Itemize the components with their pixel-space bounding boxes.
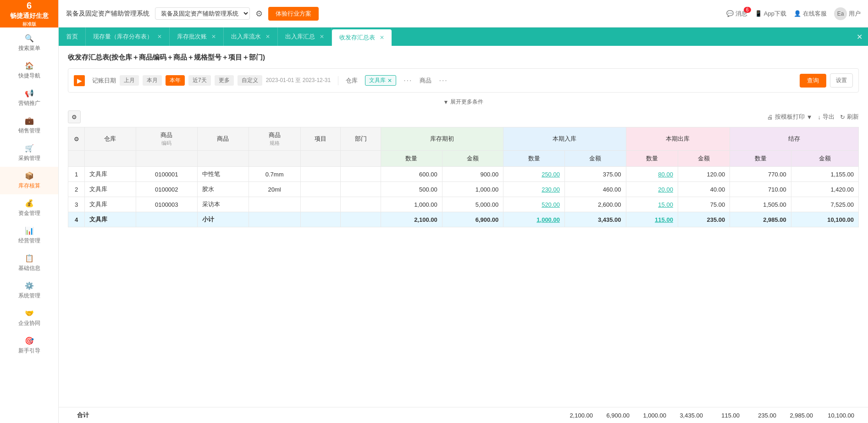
table-settings-icon[interactable]: ⚙ — [68, 110, 81, 123]
tab-rsd-summary[interactable]: 收发存汇总表✕ — [332, 29, 392, 46]
table-row: 3文具库0100003采访本1,000.005,000.00520.002,60… — [68, 197, 859, 212]
sidebar-item-enterprise[interactable]: 🤝企业协同 — [0, 304, 58, 332]
filter-toggle-btn[interactable]: ▶ — [74, 75, 85, 86]
tab-batch[interactable]: 库存批次账✕ — [170, 27, 224, 46]
tab-label-inout-summary: 出入库汇总 — [285, 33, 315, 41]
sidebar-item-marketing[interactable]: 📢营销推广 — [0, 84, 58, 112]
sidebar-item-finance[interactable]: 💰资金管理 — [0, 194, 58, 222]
expand-conditions-btn[interactable]: ▼ 展开更多条件 — [443, 98, 484, 106]
table-cell-link[interactable]: 15.00 — [658, 201, 673, 208]
tab-stock-dist[interactable]: 现存量（库存分布表）✕ — [86, 27, 170, 46]
table-cell — [341, 167, 381, 182]
date-range-label: 2023-01-01 至 2023-12-31 — [266, 77, 331, 84]
sidebar-item-sales[interactable]: 💼销售管理 — [0, 112, 58, 139]
footer-values: 2,100.006,900.001,000.003,435.00115.0023… — [98, 412, 859, 419]
settings-button[interactable]: 设置 — [830, 73, 853, 88]
online-service-btn[interactable]: 👤 在线客服 — [794, 10, 827, 18]
tab-label-rsd-summary: 收发存汇总表 — [339, 33, 375, 42]
table-toolbar: ⚙ 🖨 按模板打印 ▼ ↓ 导出 ↻ 刷新 — [68, 110, 859, 123]
sidebar-item-system[interactable]: ⚙️系统管理 — [0, 277, 58, 304]
warehouse-tag[interactable]: 文具库 ✕ — [365, 75, 396, 86]
footer-value — [515, 412, 538, 419]
sidebar: 6 畅捷通好生意 标准版 🔍搜索菜单🏠快捷导航📢营销推广💼销售管理🛒采购管理📦库… — [0, 0, 59, 423]
table-cell-link[interactable]: 520.00 — [542, 201, 560, 208]
table-cell: 710.00 — [730, 182, 791, 197]
export-btn[interactable]: ↓ 导出 — [818, 113, 835, 121]
tab-inout-flow[interactable]: 出入库流水✕ — [224, 27, 278, 46]
warehouse-tag-close[interactable]: ✕ — [387, 77, 392, 84]
table-cell — [341, 182, 381, 197]
table-row: 1文具库0100001中性笔0.7mm600.00900.00250.00375… — [68, 167, 859, 182]
warehouse-label: 仓库 — [346, 77, 358, 85]
gear-icon[interactable]: ⚙ — [255, 9, 263, 19]
table-cell-link[interactable]: 80.00 — [658, 171, 673, 178]
finance-label: 资金管理 — [18, 209, 40, 217]
sidebar-item-search[interactable]: 🔍搜索菜单 — [0, 29, 58, 57]
tab-close-rsd-summary[interactable]: ✕ — [380, 34, 384, 41]
date-this-year-btn[interactable]: 本年 — [166, 75, 185, 86]
app-download-btn[interactable]: 📱 App下载 — [755, 10, 786, 18]
sidebar-item-newcomer[interactable]: 🎯新手引导 — [0, 332, 58, 359]
date-7days-btn[interactable]: 近7天 — [188, 75, 211, 86]
system-name: 装备及固定资产辅助管理系统 — [66, 10, 149, 18]
sidebar-item-purchase[interactable]: 🛒采购管理 — [0, 139, 58, 167]
goods-more-icon[interactable]: ··· — [439, 77, 448, 85]
tab-label-stock-dist: 现存量（库存分布表） — [93, 33, 153, 41]
search-label: 搜索菜单 — [18, 44, 40, 52]
th-warehouse-2 — [85, 151, 136, 167]
tab-close-inout-flow[interactable]: ✕ — [265, 33, 270, 40]
date-prev-month-btn[interactable]: 上月 — [120, 75, 139, 86]
toolbar-left: ⚙ — [68, 110, 81, 123]
refresh-icon: ↻ — [840, 114, 845, 121]
date-more-btn[interactable]: 更多 — [215, 75, 234, 86]
refresh-btn[interactable]: ↻ 刷新 — [840, 113, 859, 121]
sidebar-item-operations[interactable]: 📊经营管理 — [0, 222, 58, 249]
enterprise-icon: 🤝 — [25, 309, 34, 318]
th-out-amt: 金额 — [678, 151, 730, 167]
th-spec: 商品规格 — [249, 127, 300, 151]
table-cell-link[interactable]: 115.00 — [655, 216, 673, 223]
newcomer-label: 新手引导 — [18, 347, 40, 355]
tab-close-inout-summary[interactable]: ✕ — [320, 33, 324, 40]
table-cell-link[interactable]: 20.00 — [658, 186, 673, 193]
table-cell: 235.00 — [678, 212, 730, 227]
sales-label: 销售管理 — [18, 127, 40, 135]
global-close-btn[interactable]: ✕ — [851, 27, 868, 46]
table-row: 4文具库小计2,100.006,900.001,000.003,435.0011… — [68, 212, 859, 227]
user-btn[interactable]: Ea 用户 — [834, 7, 861, 20]
th-empty — [68, 151, 85, 167]
template-print-label: 按模板打印 — [775, 113, 805, 121]
warehouse-more-icon[interactable]: ··· — [404, 77, 412, 85]
table-cell — [249, 212, 300, 227]
table-cell: 3 — [68, 197, 85, 212]
sidebar-nav: 🔍搜索菜单🏠快捷导航📢营销推广💼销售管理🛒采购管理📦库存核算💰资金管理📊经营管理… — [0, 27, 58, 423]
table-cell: 40.00 — [678, 182, 730, 197]
tab-inout-summary[interactable]: 出入库汇总✕ — [278, 27, 332, 46]
query-button[interactable]: 查询 — [800, 74, 826, 88]
date-this-month-btn[interactable]: 本月 — [143, 75, 162, 86]
th-spec-2 — [249, 151, 300, 167]
table-cell-link[interactable]: 230.00 — [542, 186, 560, 193]
footer-value: 115.00 — [708, 412, 744, 419]
try-industry-button[interactable]: 体验行业方案 — [268, 7, 319, 21]
table-cell: 120.00 — [678, 167, 730, 182]
sidebar-item-inventory[interactable]: 📦库存核算 — [0, 167, 58, 194]
table-cell-link[interactable]: 1,000.00 — [536, 216, 560, 223]
tab-close-stock-dist[interactable]: ✕ — [157, 33, 162, 40]
tab-close-batch[interactable]: ✕ — [211, 33, 216, 40]
logo-icon: 6 — [27, 0, 32, 11]
footer-value — [538, 412, 561, 419]
template-print-btn[interactable]: 🖨 按模板打印 ▼ — [767, 113, 813, 121]
system-select[interactable]: 装备及固定资产辅助管理系统 — [155, 7, 250, 20]
table-cell-link[interactable]: 250.00 — [542, 171, 560, 178]
tab-label-inout-flow: 出入库流水 — [231, 33, 261, 41]
notification-btn[interactable]: 💬 消息 6 — [726, 10, 747, 18]
table-cell: 文具库 — [85, 212, 136, 227]
tab-home[interactable]: 首页 — [59, 27, 86, 46]
sidebar-item-base-info[interactable]: 📋基础信息 — [0, 249, 58, 277]
date-custom-btn[interactable]: 自定义 — [238, 75, 262, 86]
footer-value: 3,435.00 — [671, 412, 708, 419]
sidebar-item-quick-nav[interactable]: 🏠快捷导航 — [0, 57, 58, 84]
th-opening-stock: 库存期初 — [381, 127, 503, 151]
tab-bar: 首页现存量（库存分布表）✕库存批次账✕出入库流水✕出入库汇总✕收发存汇总表✕✕ — [59, 27, 868, 46]
